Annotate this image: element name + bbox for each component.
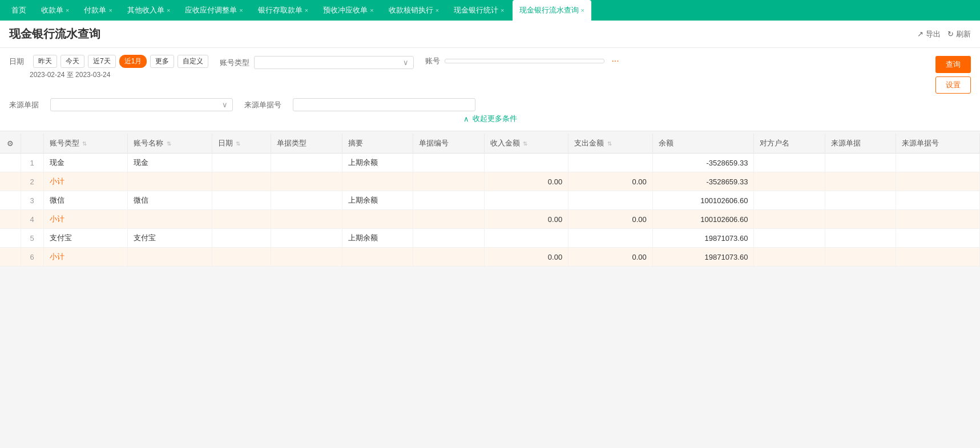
nav-tab-prepay[interactable]: 预收冲应收单 × (316, 0, 380, 21)
cell-source-doc (825, 210, 896, 229)
col-doc-type: 单据类型 (271, 134, 342, 154)
cell-doc-type (271, 210, 342, 229)
page-title: 现金银行流水查询 (9, 26, 100, 42)
col-account-name[interactable]: 账号名称 ⇅ (128, 134, 212, 154)
row-checkbox[interactable] (0, 172, 21, 191)
cell-date (212, 210, 271, 229)
refresh-button[interactable]: ↻ 刷新 (947, 29, 971, 39)
close-icon[interactable]: × (167, 7, 170, 14)
nav-tab-bank-stats[interactable]: 现金银行统计 × (447, 0, 511, 21)
date-btn-1month[interactable]: 近1月 (119, 55, 147, 68)
cell-summary (342, 248, 413, 267)
cell-summary (342, 172, 413, 191)
row-index: 1 (21, 154, 43, 172)
cell-account-type: 支付宝 (43, 229, 128, 248)
row-index: 3 (21, 191, 43, 210)
nav-tab-payment[interactable]: 付款单 × (77, 0, 119, 21)
setting-button[interactable]: 设置 (935, 76, 971, 94)
date-btn-today[interactable]: 今天 (61, 55, 84, 68)
cell-doc-type (271, 248, 342, 267)
row-checkbox[interactable] (0, 210, 21, 229)
cell-account-name: 现金 (128, 154, 212, 172)
nav-tab-bank-flow[interactable]: 现金银行流水查询 × (513, 0, 591, 21)
chevron-down-icon: ∨ (403, 58, 409, 67)
date-btn-more[interactable]: 更多 (150, 55, 174, 68)
nav-tab-other-income[interactable]: 其他收入单 × (120, 0, 177, 21)
close-icon[interactable]: × (435, 7, 439, 14)
cell-income (484, 191, 568, 210)
col-counterpart: 对方户名 (754, 134, 825, 154)
cell-summary (342, 210, 413, 229)
nav-tab-bank-deposit[interactable]: 银行存取款单 × (251, 0, 315, 21)
source-doc-no-input[interactable] (293, 98, 475, 111)
row-index: 2 (21, 172, 43, 191)
col-source-doc-no: 来源单据号 (896, 134, 980, 154)
row-index: 6 (21, 248, 43, 267)
close-icon[interactable]: × (370, 7, 373, 14)
nav-tab-verify[interactable]: 收款核销执行 × (382, 0, 446, 21)
close-icon[interactable]: × (239, 7, 243, 14)
close-icon[interactable]: × (108, 7, 112, 14)
cell-account-name (128, 248, 212, 267)
cell-account-type: 微信 (43, 191, 128, 210)
table-row: 3微信微信上期余额100102606.60 (0, 191, 980, 210)
table-row: 6小计0.000.0019871073.60 (0, 248, 980, 267)
cell-income: 0.00 (484, 172, 568, 191)
filter-area: 日期 昨天 今天 近7天 近1月 更多 自定义 2023-02-24 至 202… (0, 48, 980, 131)
cell-doc-no (413, 172, 484, 191)
action-buttons: 查询 设置 (935, 56, 971, 94)
cell-expense: 0.00 (568, 248, 653, 267)
row-checkbox[interactable] (0, 191, 21, 210)
cell-account-type: 现金 (43, 154, 128, 172)
source-doc-select[interactable]: ∨ (50, 98, 233, 111)
close-icon[interactable]: × (66, 7, 69, 14)
cell-source-doc-no (896, 248, 980, 267)
nav-tab-receipt[interactable]: 收款单 × (34, 0, 76, 21)
cell-account-type: 小计 (43, 172, 128, 191)
cell-counterpart (754, 191, 825, 210)
cell-doc-type (271, 154, 342, 172)
column-settings-icon[interactable]: ⚙ (0, 134, 21, 154)
row-checkbox[interactable] (0, 248, 21, 267)
date-btn-7days[interactable]: 近7天 (88, 55, 116, 68)
date-range: 2023-02-24 至 2023-03-24 (30, 71, 110, 79)
header-actions: ↗ 导出 ↻ 刷新 (917, 29, 971, 39)
table-row: 4小计0.000.00100102606.60 (0, 210, 980, 229)
query-button[interactable]: 查询 (935, 56, 971, 73)
date-btn-yesterday[interactable]: 昨天 (33, 55, 57, 68)
col-income[interactable]: 收入金额 ⇅ (484, 134, 568, 154)
col-expense[interactable]: 支出金额 ⇅ (568, 134, 653, 154)
cell-source-doc (825, 154, 896, 172)
cell-counterpart (754, 172, 825, 191)
col-account-type[interactable]: 账号类型 ⇅ (43, 134, 128, 154)
row-checkbox[interactable] (0, 154, 21, 172)
col-date[interactable]: 日期 ⇅ (212, 134, 271, 154)
account-type-select[interactable]: ∨ (254, 56, 414, 69)
nav-tab-adjust[interactable]: 应收应付调整单 × (178, 0, 249, 21)
account-dots-button[interactable]: ··· (611, 56, 619, 66)
cell-balance: 100102606.60 (652, 210, 754, 229)
nav-home[interactable]: 首页 (5, 5, 33, 15)
table-row: 5支付宝支付宝上期余额19871073.60 (0, 229, 980, 248)
table-row: 2小计0.000.00-3528659.33 (0, 172, 980, 191)
cell-expense (568, 229, 653, 248)
cell-counterpart (754, 154, 825, 172)
row-checkbox[interactable] (0, 229, 21, 248)
close-icon[interactable]: × (501, 7, 504, 14)
cell-summary: 上期余额 (342, 229, 413, 248)
cell-date (212, 229, 271, 248)
collapse-bar[interactable]: ∧ 收起更多条件 (9, 111, 971, 124)
data-table: ⚙ 账号类型 ⇅ 账号名称 ⇅ 日期 ⇅ 单据类型 摘要 单据编号 收入金额 ⇅… (0, 134, 980, 267)
export-icon: ↗ (917, 30, 923, 38)
close-icon[interactable]: × (581, 7, 584, 14)
cell-account-type: 小计 (43, 210, 128, 229)
cell-income: 0.00 (484, 248, 568, 267)
date-btn-custom[interactable]: 自定义 (178, 55, 208, 68)
cell-date (212, 248, 271, 267)
top-nav: 首页 收款单 × 付款单 × 其他收入单 × 应收应付调整单 × 银行存取款单 … (0, 0, 980, 21)
cell-doc-no (413, 191, 484, 210)
export-button[interactable]: ↗ 导出 (917, 29, 941, 39)
close-icon[interactable]: × (305, 7, 308, 14)
account-select[interactable] (445, 59, 604, 63)
refresh-icon: ↻ (947, 30, 954, 38)
